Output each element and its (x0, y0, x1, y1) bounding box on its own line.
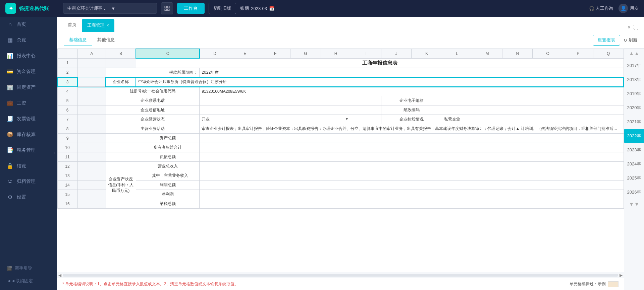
sidebar-item-report[interactable]: 📊 报表中心 (0, 48, 57, 64)
table-cell[interactable] (77, 190, 106, 199)
table-cell[interactable] (77, 152, 106, 162)
main-layout: ⋮ ⌂ 首页 ▦ 总账 📊 报表中心 💳 资金管理 🏢 固定资产 (0, 17, 644, 290)
workbench-button[interactable]: 工作台 (177, 3, 205, 14)
table-cell[interactable] (77, 162, 106, 171)
table-cell-value[interactable] (200, 199, 624, 209)
sidebar-item-settings[interactable]: ⚙ 设置 (0, 189, 57, 205)
horizontal-scrollbar[interactable]: ◀ ▶ (57, 272, 624, 278)
table-cell[interactable] (106, 134, 136, 143)
sidebar-collapse-handle[interactable]: ⋮ (52, 17, 57, 290)
year-item-2023[interactable]: 2023年 (624, 143, 644, 157)
scroll-track[interactable] (63, 274, 618, 277)
table-cell-label: 所有者权益合计 (136, 143, 200, 152)
table-cell[interactable] (77, 143, 106, 152)
finance-icon: 💳 (7, 68, 13, 75)
row-num: 6 (57, 105, 77, 115)
table-cell[interactable] (77, 115, 106, 124)
table-cell[interactable] (77, 180, 106, 190)
table-cell-value[interactable] (200, 190, 624, 199)
spreadsheet-container[interactable]: A B C D E F G H I J K L (57, 49, 624, 272)
reset-report-button[interactable]: 重置报表 (593, 35, 620, 46)
table-cell[interactable] (106, 143, 136, 152)
table-cell-value[interactable]: 91320100MA208E5W6K (200, 87, 624, 96)
table-row: 5 企业联系电话 企业电子邮箱 (57, 96, 624, 105)
year-item-2022[interactable]: 2022年 (624, 129, 644, 143)
calendar-icon[interactable]: 📅 (269, 6, 274, 11)
scroll-left-arrow[interactable]: ◀ (58, 273, 61, 278)
table-cell-value[interactable] (200, 143, 624, 152)
table-cell[interactable] (106, 152, 136, 162)
old-version-button[interactable]: 切到旧版 (209, 3, 236, 14)
sub-tab-basic[interactable]: 基础信息 (64, 34, 92, 46)
refresh-button[interactable]: ↻ 刷新 (624, 37, 637, 43)
table-cell-value[interactable]: 审查企业会计报表；出具审计报告；验证企业资本；出具验资报告；办理企业合并、分立、… (200, 124, 624, 134)
table-cell[interactable] (77, 96, 106, 105)
year-scroll-down-icon[interactable]: ▼▼ (629, 199, 640, 209)
close-window-icon[interactable]: × (628, 24, 631, 30)
table-cell[interactable] (77, 105, 106, 115)
sidebar-item-salary[interactable]: 💼 工资 (0, 95, 57, 111)
sidebar-item-archive[interactable]: 🗂 归档管理 (0, 174, 57, 189)
asset-icon: 🏢 (7, 84, 13, 90)
company-icon-button[interactable] (161, 2, 173, 14)
table-cell-value[interactable]: 中审众环会计师事务所（特殊普通合伙）江苏分所 (136, 77, 624, 87)
sidebar-item-inventory[interactable]: 📦 库存核算 (0, 127, 57, 142)
table-cell-value[interactable] (200, 134, 624, 143)
row-num: 10 (57, 143, 77, 152)
year-item-2025[interactable]: 2025年 (624, 171, 644, 185)
table-cell[interactable] (77, 87, 106, 96)
table-cell-value[interactable] (200, 162, 624, 171)
customer-service-button[interactable]: 🎧 人工咨询 (589, 5, 613, 11)
table-cell-label: 企业经营状态 (106, 115, 200, 124)
table-cell-value[interactable]: 开业 ▼ (200, 115, 351, 124)
table-cell[interactable] (106, 58, 136, 68)
sidebar-item-invoice[interactable]: 🧾 发票管理 (0, 111, 57, 127)
table-cell-value2[interactable] (442, 105, 624, 115)
sidebar-item-finance[interactable]: 💳 资金管理 (0, 64, 57, 79)
year-item-2026[interactable]: 2026年 (624, 185, 644, 199)
app-logo: ✦ 畅捷通易代账 (5, 3, 59, 14)
year-item-2021[interactable]: 2021年 (624, 115, 644, 129)
table-cell-value[interactable] (200, 96, 381, 105)
expand-window-icon[interactable]: ⛶ (633, 24, 639, 30)
year-item-2017[interactable]: 2017年 (624, 59, 644, 73)
table-cell[interactable] (351, 115, 381, 124)
sample-color-box (608, 281, 619, 287)
table-cell[interactable] (77, 58, 106, 68)
table-cell-value[interactable] (200, 105, 381, 115)
sidebar-item-ledger[interactable]: ▦ 总账 (0, 32, 57, 48)
year-scroll-up-icon[interactable]: ▲▲ (629, 49, 640, 59)
table-cell-value2[interactable] (442, 96, 624, 105)
sidebar-item-asset[interactable]: 🏢 固定资产 (0, 79, 57, 95)
table-cell-value[interactable]: 2022年度 (200, 68, 624, 77)
year-item-2024[interactable]: 2024年 (624, 157, 644, 171)
sub-tab-other[interactable]: 其他信息 (92, 34, 120, 46)
unpin-button[interactable]: ◄◄取消固定 (0, 275, 57, 287)
table-cell-value2[interactable]: 私营企业 (442, 115, 624, 124)
new-user-guide[interactable]: 🎬 新手引导 (0, 262, 57, 275)
table-cell[interactable] (77, 77, 106, 87)
company-selector[interactable]: 中审众环会计师事务所（特殊普通合伙.... ▼ (63, 3, 157, 14)
tab-close-icon[interactable]: × (107, 23, 109, 28)
dropdown-arrow-icon[interactable]: ▼ (345, 117, 349, 121)
table-cell[interactable] (77, 124, 106, 134)
tab-home[interactable]: 首页 (62, 18, 82, 32)
table-cell[interactable] (77, 68, 106, 77)
tab-active-commerce[interactable]: 工商管理 × (82, 19, 114, 32)
table-cell[interactable] (77, 134, 106, 143)
table-row: 15 净利润 (57, 190, 624, 199)
scroll-right-arrow[interactable]: ▶ (620, 273, 623, 278)
sidebar-item-tax[interactable]: 📑 税务管理 (0, 142, 57, 158)
table-cell[interactable] (77, 171, 106, 180)
year-item-2018[interactable]: 2018年 (624, 73, 644, 87)
user-menu[interactable]: 👤 用友 (619, 4, 639, 13)
table-cell-value[interactable] (200, 180, 624, 190)
sidebar-item-close[interactable]: 🔒 结账 (0, 158, 57, 174)
table-cell[interactable] (77, 199, 106, 209)
sidebar-item-home[interactable]: ⌂ 首页 (0, 17, 57, 32)
table-cell-value[interactable] (200, 152, 624, 162)
table-cell-value[interactable] (200, 171, 624, 180)
year-item-2019[interactable]: 2019年 (624, 87, 644, 101)
spreadsheet: A B C D E F G H I J K L (57, 49, 624, 209)
year-item-2020[interactable]: 2020年 (624, 101, 644, 115)
